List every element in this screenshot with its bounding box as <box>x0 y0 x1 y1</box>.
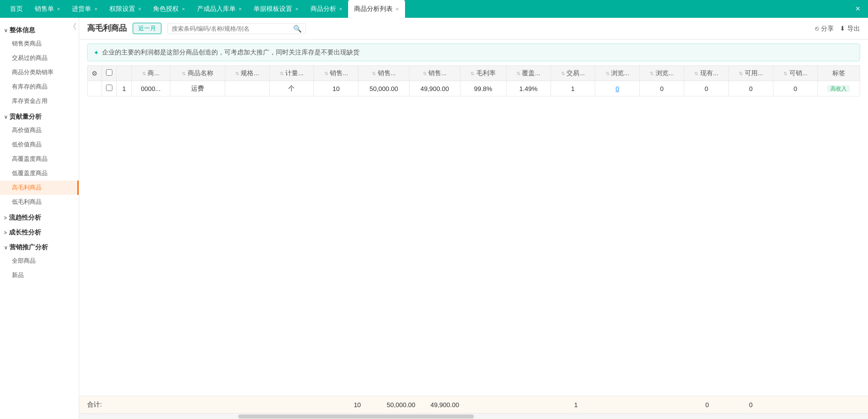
table-header-cell[interactable]: ⇅ 交易... <box>551 66 595 81</box>
table-header-cell[interactable]: ⇅ 毛利率 <box>460 66 506 81</box>
sidebar-item[interactable]: 低价值商品 <box>0 138 79 152</box>
sidebar-group-arrow-icon: > <box>4 230 7 235</box>
table-cell-browse2: 0 <box>640 81 684 96</box>
export-button[interactable]: ⬇ 导出 <box>840 24 860 33</box>
search-icon[interactable]: 🔍 <box>293 25 302 33</box>
tab-close-icon[interactable]: × <box>396 6 399 12</box>
search-input[interactable] <box>172 25 291 32</box>
sidebar-group-title[interactable]: ∨贡献量分析 <box>0 108 79 123</box>
sidebar-item[interactable]: 新品 <box>0 268 79 282</box>
period-button[interactable]: 近一月 <box>133 23 161 34</box>
close-app-button[interactable]: × <box>852 4 864 13</box>
nav-tab[interactable]: 权限设置× <box>103 0 147 18</box>
table-header-cell[interactable]: ⚙ <box>88 66 102 81</box>
table-header-cell[interactable] <box>102 66 117 81</box>
export-icon: ⬇ <box>840 25 845 32</box>
sidebar-item[interactable]: 全部商品 <box>0 254 79 268</box>
sidebar-group-title[interactable]: >成长性分析 <box>0 224 79 239</box>
table-header-cell[interactable]: ⇅ 商品名称 <box>170 66 225 81</box>
sidebar-item[interactable]: 有库存的商品 <box>0 80 79 94</box>
table-header-cell[interactable]: ⇅ 浏览... <box>595 66 640 81</box>
sidebar-item[interactable]: 高毛利商品 <box>0 181 79 195</box>
sidebar-group-title[interactable]: >流趋性分析 <box>0 209 79 224</box>
table-cell-checkbox <box>102 81 117 96</box>
sidebar-group: ∨整体信息销售类商品交易过的商品商品分类助销率有库存的商品库存资金占用 <box>0 22 79 108</box>
sidebar-group: >流趋性分析 <box>0 209 79 224</box>
sidebar-group-arrow-icon: ∨ <box>4 245 7 250</box>
footer-empty-6 <box>466 401 510 409</box>
table-header-cell[interactable]: ⇅ 规格... <box>225 66 269 81</box>
data-table: ⚙⇅ 商...⇅ 商品名称⇅ 规格...⇅ 计量...⇅ 销售...⇅ 销售..… <box>87 65 860 96</box>
browse-link[interactable]: 0 <box>615 85 619 93</box>
sidebar-group-label: 贡献量分析 <box>9 112 42 121</box>
table-header-cell[interactable]: ⇅ 销售... <box>409 66 460 81</box>
sidebar-group: >成长性分析 <box>0 224 79 239</box>
nav-tab[interactable]: 销售单× <box>29 0 66 18</box>
sidebar-group-title[interactable]: ∨整体信息 <box>0 22 79 37</box>
tab-close-icon[interactable]: × <box>57 6 60 12</box>
table-header-cell[interactable]: ⇅ 浏览... <box>640 66 684 81</box>
sidebar: 《 ∨整体信息销售类商品交易过的商品商品分类助销率有库存的商品库存资金占用∨贡献… <box>0 18 79 419</box>
nav-tab[interactable]: 首页 <box>4 0 29 18</box>
footer-empty-10 <box>772 401 816 409</box>
tab-close-icon[interactable]: × <box>339 6 342 12</box>
sidebar-item[interactable]: 低覆盖度商品 <box>0 166 79 181</box>
row-checkbox[interactable] <box>106 85 112 91</box>
table-header-cell[interactable] <box>117 66 132 81</box>
table-header-cell[interactable]: ⇅ 现有... <box>684 66 729 81</box>
footer-empty-4 <box>248 401 292 409</box>
sidebar-group-title[interactable]: ∨营销推广分析 <box>0 239 79 254</box>
notice-text: 企业的主要的利润都是这部分商品创造的，可考虑加大推广，同时关注库存是不要出现缺货 <box>102 48 359 57</box>
table-header-cell[interactable]: ⇅ 可用... <box>729 66 773 81</box>
table-cell-settings <box>88 81 102 96</box>
sidebar-collapse-button[interactable]: 《 <box>69 22 77 32</box>
tag-badge: 高收入 <box>827 85 850 92</box>
table-header-cell[interactable]: ⇅ 销售... <box>358 66 409 81</box>
horizontal-scrollbar[interactable] <box>79 413 868 419</box>
tab-close-icon[interactable]: × <box>295 6 298 12</box>
content-area: 高毛利商品 近一月 🔍 ⎋ 分享 ⬇ 导出 ✦ 企业的主要的利润都是这部分商品创… <box>79 18 868 419</box>
sidebar-item[interactable]: 交易过的商品 <box>0 51 79 65</box>
table-header-cell[interactable]: ⇅ 销售... <box>314 66 358 81</box>
sidebar-item[interactable]: 低毛利商品 <box>0 195 79 209</box>
sidebar-group-label: 流趋性分析 <box>9 213 41 222</box>
table-header-cell[interactable]: 标签 <box>817 66 860 81</box>
nav-tab[interactable]: 单据模板设置× <box>248 0 304 18</box>
sidebar-group-arrow-icon: ∨ <box>4 28 7 33</box>
sidebar-group-arrow-icon: ∨ <box>4 114 7 120</box>
sidebar-item[interactable]: 商品分类助销率 <box>0 65 79 80</box>
footer-empty-9 <box>642 401 685 409</box>
tab-close-icon[interactable]: × <box>138 6 141 12</box>
share-icon: ⎋ <box>815 25 819 32</box>
share-button[interactable]: ⎋ 分享 <box>815 24 834 33</box>
sidebar-item[interactable]: 高覆盖度商品 <box>0 152 79 166</box>
tab-close-icon[interactable]: × <box>94 6 97 12</box>
footer-empty-7 <box>511 401 554 409</box>
select-all-checkbox[interactable] <box>106 69 112 76</box>
table-cell-coverRate: 1.49% <box>506 81 551 96</box>
nav-tab[interactable]: 产成品入库单× <box>191 0 248 18</box>
table-cell-saleNet: 49,900.00 <box>409 81 460 96</box>
sidebar-item[interactable]: 库存资金占用 <box>0 94 79 108</box>
table-header-cell[interactable]: ⇅ 覆盖... <box>506 66 551 81</box>
table-cell-code: 0000... <box>132 81 170 96</box>
scroll-thumb[interactable] <box>238 415 474 419</box>
table-row: 10000...运费个1050,000.0049,900.0099.8%1.49… <box>88 81 860 96</box>
nav-tab[interactable]: 角色授权× <box>147 0 191 18</box>
table-cell-name: 运费 <box>170 81 225 96</box>
nav-tab[interactable]: 商品分析列表× <box>348 0 405 18</box>
footer-label: 合计: <box>87 400 117 409</box>
tab-close-icon[interactable]: × <box>239 6 242 12</box>
table-header-cell[interactable]: ⇅ 可销... <box>773 66 817 81</box>
sidebar-item[interactable]: 销售类商品 <box>0 37 79 51</box>
table-cell-spec <box>225 81 269 96</box>
nav-tab[interactable]: 商品分析× <box>305 0 348 18</box>
sidebar-item[interactable]: 高价值商品 <box>0 123 79 138</box>
sidebar-group-arrow-icon: > <box>4 215 7 221</box>
table-cell-available: 0 <box>729 81 773 96</box>
nav-tab[interactable]: 进货单× <box>66 0 103 18</box>
table-header-cell[interactable]: ⇅ 商... <box>132 66 170 81</box>
footer-empty-2 <box>160 401 204 409</box>
tab-close-icon[interactable]: × <box>182 6 185 12</box>
table-header-cell[interactable]: ⇅ 计量... <box>269 66 314 81</box>
